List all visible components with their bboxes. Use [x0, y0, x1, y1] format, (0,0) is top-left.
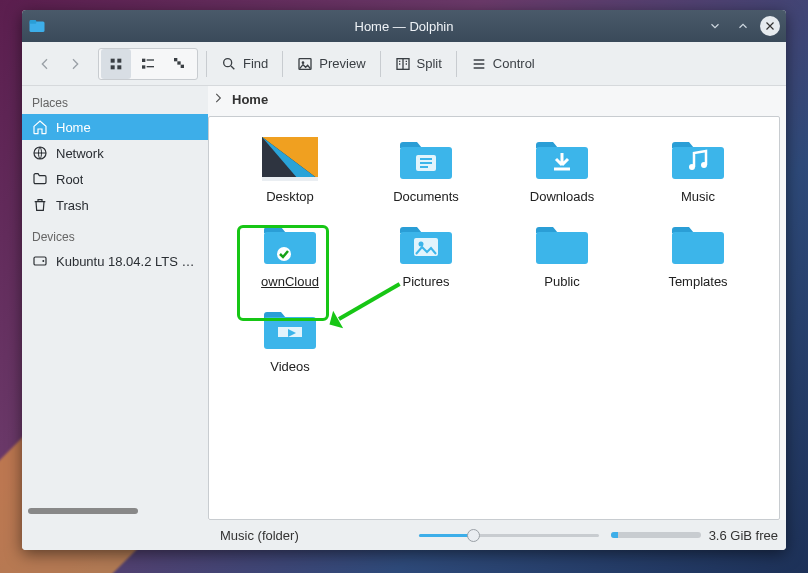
folder-icon — [666, 135, 730, 183]
svg-point-27 — [701, 162, 707, 168]
status-bar: Music (folder) 3.6 GiB free — [22, 520, 786, 550]
folder-icon — [530, 220, 594, 268]
maximize-button[interactable] — [732, 15, 754, 37]
disk-free-text: 3.6 GiB free — [709, 528, 778, 543]
titlebar[interactable]: Home — Dolphin — [22, 10, 786, 42]
back-button[interactable] — [30, 49, 60, 79]
file-label: Desktop — [266, 189, 314, 204]
svg-rect-2 — [111, 58, 115, 62]
folder-icon — [258, 135, 322, 183]
svg-point-26 — [689, 164, 695, 170]
file-label: Music — [681, 189, 715, 204]
breadcrumb[interactable]: Home — [208, 86, 786, 112]
file-label: Videos — [270, 359, 310, 374]
file-item-templates[interactable]: Templates — [635, 218, 761, 291]
file-item-videos[interactable]: Videos — [227, 303, 353, 376]
toolbar: Find Preview Split Control — [22, 42, 786, 86]
file-label: Documents — [393, 189, 459, 204]
svg-point-13 — [224, 58, 232, 66]
sidebar-item-label: Root — [56, 172, 83, 187]
sidebar-device-kubuntu-18.04.2-lts-amd[interactable]: Kubuntu 18.04.2 LTS amd — [22, 248, 208, 274]
chevron-right-icon — [210, 91, 226, 108]
svg-rect-28 — [264, 232, 316, 264]
folder-icon — [258, 220, 322, 268]
status-text: Music (folder) — [216, 528, 299, 543]
svg-rect-3 — [117, 58, 121, 62]
svg-rect-6 — [142, 58, 145, 61]
file-item-owncloud[interactable]: ownCloud — [227, 218, 353, 291]
file-item-desktop[interactable]: Desktop — [227, 133, 353, 206]
file-item-music[interactable]: Music — [635, 133, 761, 206]
image-icon — [297, 56, 313, 72]
svg-rect-37 — [278, 323, 302, 327]
folder-icon — [394, 135, 458, 183]
details-view-button[interactable] — [165, 49, 195, 79]
sidebar-item-label: Home — [56, 120, 91, 135]
svg-point-15 — [302, 61, 305, 64]
svg-rect-10 — [174, 58, 177, 61]
svg-rect-1 — [30, 20, 37, 24]
minimize-button[interactable] — [704, 15, 726, 37]
file-label: Public — [544, 274, 579, 289]
sidebar-item-trash[interactable]: Trash — [22, 192, 208, 218]
dolphin-window: Home — Dolphin Find Preview — [22, 10, 786, 550]
sidebar-item-label: Kubuntu 18.04.2 LTS amd — [56, 254, 198, 269]
svg-rect-11 — [177, 61, 180, 64]
file-item-pictures[interactable]: Pictures — [363, 218, 489, 291]
home-icon — [32, 119, 48, 135]
find-button[interactable]: Find — [215, 49, 274, 79]
search-icon — [221, 56, 237, 72]
file-item-downloads[interactable]: Downloads — [499, 133, 625, 206]
window-title: Home — Dolphin — [22, 19, 786, 34]
app-icon — [28, 17, 46, 35]
file-view[interactable]: DesktopDocumentsDownloadsMusicownCloudPi… — [208, 116, 780, 520]
sidebar-item-root[interactable]: Root — [22, 166, 208, 192]
breadcrumb-current[interactable]: Home — [232, 92, 268, 107]
forward-button[interactable] — [60, 49, 90, 79]
svg-rect-12 — [181, 64, 184, 67]
split-button[interactable]: Split — [389, 49, 448, 79]
control-button[interactable]: Control — [465, 49, 541, 79]
sidebar-item-label: Network — [56, 146, 104, 161]
devices-heading: Devices — [22, 226, 208, 248]
sidebar-item-network[interactable]: Network — [22, 140, 208, 166]
file-label: Pictures — [403, 274, 450, 289]
split-icon — [395, 56, 411, 72]
file-label: ownCloud — [261, 274, 319, 289]
folder-icon — [666, 220, 730, 268]
svg-rect-7 — [147, 59, 154, 60]
folder-icon — [394, 220, 458, 268]
svg-point-32 — [419, 242, 424, 247]
svg-rect-9 — [147, 66, 154, 67]
menu-icon — [471, 56, 487, 72]
folder-icon — [32, 171, 48, 187]
svg-rect-38 — [278, 337, 302, 341]
folder-icon — [530, 135, 594, 183]
svg-rect-34 — [672, 232, 724, 264]
trash-icon — [32, 197, 48, 213]
svg-rect-5 — [117, 65, 121, 69]
sidebar-scrollbar[interactable] — [22, 508, 208, 516]
sidebar-item-label: Trash — [56, 198, 89, 213]
svg-rect-4 — [111, 65, 115, 69]
file-item-public[interactable]: Public — [499, 218, 625, 291]
sidebar-item-home[interactable]: Home — [22, 114, 208, 140]
close-button[interactable] — [760, 16, 780, 36]
network-icon — [32, 145, 48, 161]
main-view: Home DesktopDocumentsDownloadsMusicownCl… — [208, 86, 786, 520]
view-mode-group — [98, 48, 198, 80]
preview-button[interactable]: Preview — [291, 49, 371, 79]
disk-usage: 3.6 GiB free — [611, 528, 778, 543]
compact-view-button[interactable] — [133, 49, 163, 79]
svg-rect-8 — [142, 65, 145, 68]
file-item-documents[interactable]: Documents — [363, 133, 489, 206]
svg-rect-21 — [262, 177, 318, 181]
disk-icon — [32, 253, 48, 269]
places-heading: Places — [22, 92, 208, 114]
icons-view-button[interactable] — [101, 49, 131, 79]
zoom-slider[interactable] — [419, 526, 599, 544]
file-label: Templates — [668, 274, 727, 289]
folder-icon — [258, 305, 322, 353]
file-label: Downloads — [530, 189, 594, 204]
places-panel: Places HomeNetworkRootTrash Devices Kubu… — [22, 86, 208, 520]
